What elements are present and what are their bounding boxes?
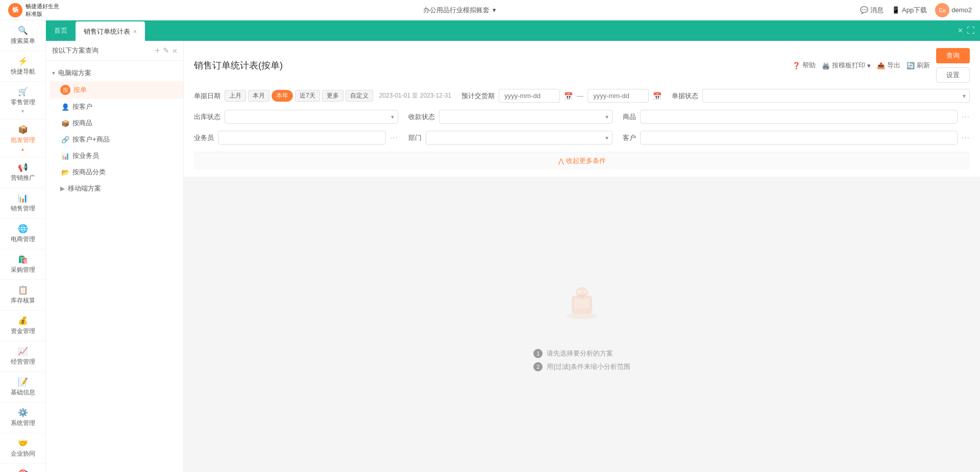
tree-item-by-salesman[interactable]: 📊 按业务员 xyxy=(50,148,183,164)
delivery-status-select[interactable] xyxy=(225,110,398,124)
sidebar-item-retail[interactable]: 🛒 零售管理 ▾ xyxy=(0,82,45,120)
svg-point-4 xyxy=(578,290,581,293)
workspace-dropdown-icon[interactable]: ▾ xyxy=(493,6,496,14)
operations-icon: 📈 xyxy=(18,346,28,356)
refresh-btn[interactable]: 🔄 刷新 xyxy=(906,61,930,70)
tree-children-pc: 按 按单 👤 按客户 📦 按商品 xyxy=(46,81,183,180)
order-status-select[interactable] xyxy=(702,89,970,103)
tree-item-by-goods[interactable]: 📦 按商品 xyxy=(50,115,183,131)
customer-picker-btn[interactable]: ··· xyxy=(962,133,970,143)
customer-filter-group: 客户 ··· xyxy=(623,131,970,145)
filter-row-1: 单据日期 上月 本月 本年 近7天 更多 自定义 2023-01-01 至 20… xyxy=(194,89,970,103)
salesman-picker-btn[interactable]: ··· xyxy=(390,133,398,143)
main-layout: 🔍 搜索菜单 ⚡ 快捷导航 🛒 零售管理 ▾ 📦 批发管理 ▴ 📢 营销推广 📊… xyxy=(0,20,980,472)
date-btn-7days[interactable]: 近7天 xyxy=(295,90,320,102)
date-btn-this-year[interactable]: 本年 xyxy=(272,90,293,102)
tab-active[interactable]: 销售订单统计表 × xyxy=(76,21,145,42)
svg-point-0 xyxy=(567,313,597,319)
page-title: 销售订单统计表(按单) xyxy=(194,59,283,72)
calendar-start-icon[interactable]: 📅 xyxy=(564,92,573,100)
sidebar-item-system[interactable]: ⚙️ 系统管理 xyxy=(0,403,45,433)
salesman-filter-group: 业务员 ··· xyxy=(194,131,398,145)
delivery-status-select-wrapper xyxy=(225,110,398,124)
tree-item-by-order[interactable]: 按 按单 xyxy=(50,81,183,99)
sidebar-item-guide[interactable]: 🎯 新手引导 xyxy=(0,464,45,472)
tab-minimize-btn[interactable]: × xyxy=(958,26,963,35)
content-area: 首页 销售订单统计表 × × ⛶ 按以下方案查询 + ✎ « xyxy=(46,20,980,472)
query-btn[interactable]: 查询 xyxy=(936,48,970,63)
top-bar: 畅 畅捷通好生意 标准版 办公用品行业模拟账套 ▾ 💬 消息 📱 App下载 E… xyxy=(0,0,980,20)
app-download-btn[interactable]: 📱 App下载 xyxy=(892,6,927,15)
message-btn[interactable]: 💬 消息 xyxy=(860,6,884,15)
salesman-input[interactable] xyxy=(218,131,386,145)
tree-section-pc[interactable]: ▾ 电脑端方案 xyxy=(46,65,183,81)
top-bar-right: 💬 消息 📱 App下载 Ea demo2 xyxy=(860,3,972,17)
order-status-group: 单据状态 xyxy=(672,89,970,103)
tab-bar: 首页 销售订单统计表 × × ⛶ xyxy=(46,20,980,41)
date-dash: — xyxy=(577,92,583,100)
collapse-bar[interactable]: ⋀ 收起更多条件 xyxy=(194,152,970,170)
print-btn[interactable]: 🖨️ 按模板打印 ▾ xyxy=(822,61,871,70)
page-header: 销售订单统计表(按单) ❓ 帮助 🖨️ 按模板打印 ▾ xyxy=(194,48,970,83)
tab-close-btn[interactable]: × xyxy=(133,28,137,35)
calendar-end-icon[interactable]: 📅 xyxy=(653,92,662,100)
logo-text: 畅捷通好生意 标准版 xyxy=(26,3,59,17)
hint-num-1: 1 xyxy=(533,349,543,358)
filter-row-3: 业务员 ··· 部门 xyxy=(194,131,970,145)
inventory-icon: 📋 xyxy=(18,285,28,295)
logo-icon: 畅 xyxy=(8,3,22,17)
sidebar-item-ecommerce[interactable]: 🌐 电商管理 xyxy=(0,219,45,249)
predicted-date-end-input[interactable] xyxy=(587,89,649,103)
goods-picker-btn[interactable]: ··· xyxy=(962,112,970,122)
sidebar-item-search[interactable]: 🔍 搜索菜单 xyxy=(0,20,45,51)
svg-rect-2 xyxy=(574,298,590,309)
goods-input[interactable] xyxy=(640,110,958,124)
collapse-panel-btn[interactable]: « xyxy=(173,46,177,55)
workspace-selector[interactable]: 办公用品行业模拟账套 ▾ xyxy=(423,6,496,15)
sidebar-item-enterprise[interactable]: 🤝 企业协同 xyxy=(0,433,45,464)
date-btn-more[interactable]: 更多 xyxy=(322,90,344,102)
payment-status-select[interactable] xyxy=(439,110,612,124)
by-salesman-icon: 📊 xyxy=(61,152,69,160)
sales-icon: 📊 xyxy=(18,193,28,203)
date-btn-custom[interactable]: 自定义 xyxy=(346,90,373,102)
by-goods-icon: 📦 xyxy=(61,120,69,127)
sidebar-item-marketing[interactable]: 📢 营销推广 xyxy=(0,157,45,188)
svg-point-5 xyxy=(583,290,586,293)
tree-item-by-category[interactable]: 📂 按商品分类 xyxy=(50,164,183,180)
tab-maximize-btn[interactable]: ⛶ xyxy=(967,26,975,35)
collapse-more-btn[interactable]: ⋀ 收起更多条件 xyxy=(558,156,606,166)
sidebar-item-purchase[interactable]: 🛍️ 采购管理 xyxy=(0,249,45,280)
date-btn-last-month[interactable]: 上月 xyxy=(225,90,246,102)
sidebar-item-wholesale[interactable]: 📦 批发管理 ▴ xyxy=(0,120,45,157)
tree-section-mobile[interactable]: ▶ 移动端方案 xyxy=(46,180,183,197)
export-btn[interactable]: 📤 导出 xyxy=(877,61,900,70)
payment-status-select-wrapper xyxy=(439,110,612,124)
help-btn[interactable]: ❓ 帮助 xyxy=(792,61,816,70)
basic-icon: 📝 xyxy=(18,377,28,387)
query-settings-group: 查询 设置 xyxy=(936,48,970,83)
empty-hint-2: 2 用[过滤]条件来缩小分析范围 xyxy=(533,362,630,371)
retail-icon: 🛒 xyxy=(18,87,28,97)
settings-btn[interactable]: 设置 xyxy=(936,67,970,83)
sidebar-item-finance[interactable]: 💰 资金管理 xyxy=(0,311,45,341)
dept-select[interactable] xyxy=(426,131,612,145)
delivery-status-group: 出库状态 xyxy=(194,110,398,124)
app-download-icon: 📱 xyxy=(892,6,900,14)
sidebar-item-quicknav[interactable]: ⚡ 快捷导航 xyxy=(0,51,45,82)
avatar: Ea xyxy=(935,3,949,17)
user-avatar[interactable]: Ea demo2 xyxy=(935,3,972,17)
predicted-date-start-input[interactable] xyxy=(499,89,560,103)
tree-item-by-customer[interactable]: 👤 按客户 xyxy=(50,99,183,115)
tab-controls: × ⛶ xyxy=(958,26,980,35)
sidebar-item-basic[interactable]: 📝 基础信息 xyxy=(0,372,45,403)
tab-home[interactable]: 首页 xyxy=(46,20,76,41)
edit-scheme-btn[interactable]: ✎ xyxy=(163,46,169,55)
sidebar-item-inventory[interactable]: 📋 库存核算 xyxy=(0,280,45,311)
add-scheme-btn[interactable]: + xyxy=(155,46,160,55)
sidebar-item-operations[interactable]: 📈 经营管理 xyxy=(0,341,45,372)
sidebar-item-sales[interactable]: 📊 销售管理 xyxy=(0,188,45,219)
date-btn-this-month[interactable]: 本月 xyxy=(248,90,270,102)
customer-input[interactable] xyxy=(640,131,958,145)
tree-item-by-cust-goods[interactable]: 🔗 按客户+商品 xyxy=(50,131,183,148)
